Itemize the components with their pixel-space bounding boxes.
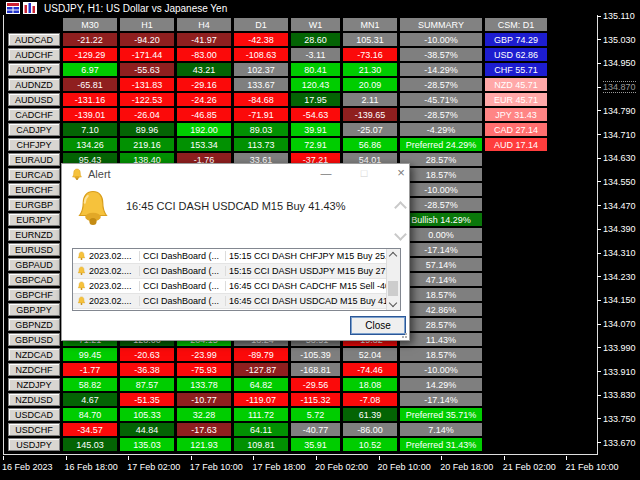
summary-cell[interactable]: Bullish 14.29% [400,213,482,226]
grid-cell[interactable]: 99.45 [63,348,117,361]
grid-cell[interactable]: -129.29 [63,48,117,61]
grid-cell[interactable]: 102.37 [234,63,288,76]
pair-label-audnzd[interactable]: AUDNZD [8,78,60,91]
grid-cell[interactable]: 120.43 [291,78,340,91]
grid-cell[interactable]: 84.70 [63,408,117,421]
grid-cell[interactable]: -89.79 [234,348,288,361]
summary-cell[interactable]: Preferred 35.71% [400,408,482,421]
summary-cell[interactable]: 18.57% [400,288,482,301]
resize-grip[interactable] [399,330,407,338]
scrollbar-down-icon[interactable] [389,299,397,307]
grid-cell[interactable]: -171.44 [120,48,174,61]
grid-cell[interactable]: 7.10 [63,123,117,136]
summary-cell[interactable]: -14.29% [400,63,482,76]
alert-list-scrollbar[interactable] [386,249,400,310]
pair-label-eurnzd[interactable]: EURNZD [8,228,60,241]
grid-cell[interactable]: 105.31 [343,33,397,46]
grid-cell[interactable]: 10.52 [343,438,397,451]
summary-cell[interactable]: -28.57% [400,198,482,211]
pair-label-chfjpy[interactable]: CHFJPY [8,138,60,151]
grid-cell[interactable]: -73.16 [343,48,397,61]
grid-cell[interactable]: 80.41 [291,63,340,76]
grid-cell[interactable]: 17.95 [291,93,340,106]
grid-cell[interactable]: -34.57 [63,423,117,436]
grid-cell[interactable]: 135.03 [120,438,174,451]
summary-cell[interactable]: -10.00% [400,183,482,196]
grid-cell[interactable]: 61.39 [343,408,397,421]
grid-cell[interactable]: -131.16 [63,93,117,106]
grid-cell[interactable]: -23.99 [177,348,231,361]
pair-label-gbpcad[interactable]: GBPCAD [8,273,60,286]
grid-cell[interactable]: -127.87 [234,363,288,376]
grid-cell[interactable]: -115.32 [291,393,340,406]
column-header-d1[interactable]: D1 [234,18,288,31]
pair-label-eurjpy[interactable]: EURJPY [8,213,60,226]
pair-label-nzdjpy[interactable]: NZDJPY [8,378,60,391]
grid-cell[interactable]: 52.04 [343,348,397,361]
grid-cell[interactable]: 133.78 [177,378,231,391]
grid-cell[interactable]: 39.91 [291,123,340,136]
grid-cell[interactable]: -75.93 [177,363,231,376]
grid-cell[interactable]: -84.68 [234,93,288,106]
column-header-h4[interactable]: H4 [177,18,231,31]
grid-cell[interactable]: 32.28 [177,408,231,421]
grid-cell[interactable]: -17.63 [177,423,231,436]
pair-label-euraud[interactable]: EURAUD [8,153,60,166]
grid-cell[interactable]: 64.11 [234,423,288,436]
pair-label-gbpchf[interactable]: GBPCHF [8,288,60,301]
alert-list-item[interactable]: 2023.02....CCI DashBoard (...15:15 CCI D… [73,249,386,264]
grid-cell[interactable]: -55.63 [120,63,174,76]
summary-cell[interactable]: -17.14% [400,243,482,256]
column-header-h1[interactable]: H1 [120,18,174,31]
summary-cell[interactable]: -17.14% [400,393,482,406]
alert-dialog-title-bar[interactable]: Alert — □ × [62,164,409,184]
grid-cell[interactable]: 20.09 [343,78,397,91]
pair-label-usdchf[interactable]: USDCHF [8,423,60,436]
pair-label-gbpaud[interactable]: GBPAUD [8,258,60,271]
pair-label-audjpy[interactable]: AUDJPY [8,63,60,76]
maximize-button[interactable]: □ [356,165,372,181]
summary-cell[interactable]: Preferred 24.29% [400,138,482,151]
grid-cell[interactable]: 89.03 [234,123,288,136]
summary-cell[interactable]: 57.14% [400,258,482,271]
grid-cell[interactable]: 89.96 [120,123,174,136]
scrollbar-thumb[interactable] [388,281,398,296]
grid-cell[interactable]: 109.81 [234,438,288,451]
pair-label-gbpjpy[interactable]: GBPJPY [8,303,60,316]
grid-cell[interactable]: -139.65 [343,108,397,121]
pair-label-eurgbp[interactable]: EURGBP [8,198,60,211]
pair-label-gbpnzd[interactable]: GBPNZD [8,318,60,331]
scroll-down-icon[interactable] [394,228,407,241]
grid-cell[interactable]: -36.38 [120,363,174,376]
summary-cell[interactable]: -45.71% [400,93,482,106]
grid-cell[interactable]: -42.38 [234,33,288,46]
alert-list-item[interactable]: 2023.02....CCI DashBoard (...16:45 CCI D… [73,294,386,309]
close-window-icon[interactable]: × [393,165,409,181]
grid-cell[interactable]: 64.82 [234,378,288,391]
summary-cell[interactable]: 18.57% [400,348,482,361]
grid-cell[interactable]: -105.39 [291,348,340,361]
grid-cell[interactable]: 192.00 [177,123,231,136]
grid-cell[interactable]: 28.60 [291,33,340,46]
scroll-up-icon[interactable] [394,201,407,214]
alert-list-item[interactable]: 2023.02....CCI DashBoard (...16:45 CCI D… [73,279,386,294]
grid-cell[interactable]: 134.26 [63,138,117,151]
summary-cell[interactable]: Preferred 31.43% [400,438,482,451]
summary-cell[interactable]: 47.14% [400,273,482,286]
pair-label-audcad[interactable]: AUDCAD [8,33,60,46]
scrollbar-up-icon[interactable] [389,252,397,260]
summary-cell[interactable]: -28.57% [400,108,482,121]
grid-cell[interactable]: 72.91 [291,138,340,151]
grid-cell[interactable]: -24.26 [177,93,231,106]
grid-cell[interactable]: 44.84 [120,423,174,436]
grid-cell[interactable]: 5.72 [291,408,340,421]
summary-cell[interactable]: -28.57% [400,78,482,91]
grid-cell[interactable]: 105.33 [120,408,174,421]
grid-cell[interactable]: 35.91 [291,438,340,451]
grid-cell[interactable]: -119.07 [234,393,288,406]
grid-cell[interactable]: -10.77 [177,393,231,406]
pair-label-usdcad[interactable]: USDCAD [8,408,60,421]
grid-cell[interactable]: -168.81 [291,363,340,376]
grid-cell[interactable]: -25.07 [343,123,397,136]
grid-cell[interactable]: -131.83 [120,78,174,91]
